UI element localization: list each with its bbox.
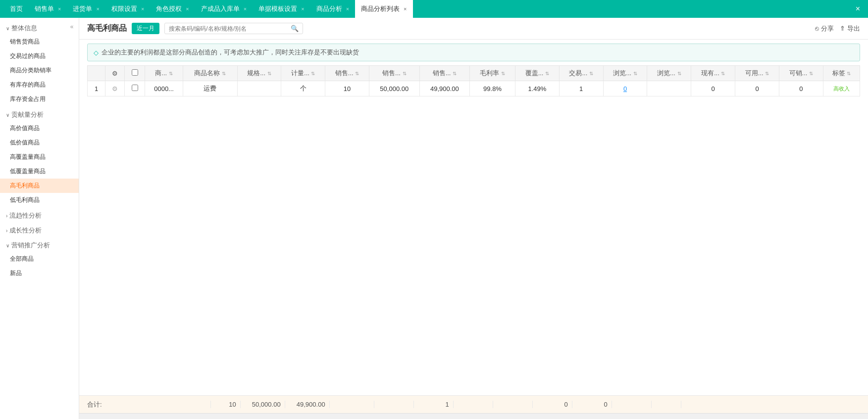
sidebar-group-arrow: › bbox=[6, 228, 7, 233]
cell-unit: 个 bbox=[281, 81, 325, 96]
nav-item-商品分析[interactable]: 商品分析× bbox=[310, 0, 355, 18]
sidebar-group-label: 整体信息 bbox=[11, 24, 37, 33]
sort-icon-browse1[interactable]: ⇅ bbox=[633, 71, 637, 76]
share-button[interactable]: ⎋ 分享 bbox=[815, 24, 834, 33]
nav-item-权限设置[interactable]: 权限设置× bbox=[105, 0, 150, 18]
sort-icon-sales_qty[interactable]: ⇅ bbox=[355, 71, 359, 76]
sidebar-group-营销推广分析[interactable]: ∨营销推广分析 bbox=[0, 237, 79, 252]
sort-icon-unit[interactable]: ⇅ bbox=[311, 71, 315, 76]
col-header-browse1: 浏览... ⇅ bbox=[603, 66, 647, 81]
col-header-coverage: 覆盖... ⇅ bbox=[515, 66, 559, 81]
sidebar-item-销售货商品[interactable]: 销售货商品 bbox=[0, 35, 79, 49]
search-input[interactable] bbox=[169, 25, 289, 32]
sort-icon-browse2[interactable]: ⇅ bbox=[677, 71, 681, 76]
cell-checkbox[interactable] bbox=[125, 81, 145, 96]
nav-item-产成品入库单[interactable]: 产成品入库单× bbox=[195, 0, 253, 18]
bottom-scrollbar[interactable] bbox=[79, 413, 868, 419]
sort-icon-name[interactable]: ⇅ bbox=[222, 71, 226, 76]
sort-icon-tag[interactable]: ⇅ bbox=[847, 71, 851, 76]
nav-item-商品分析列表[interactable]: 商品分析列表× bbox=[355, 0, 412, 18]
sidebar-item-全部商品[interactable]: 全部商品 bbox=[0, 252, 79, 266]
sort-icon-sales_amount[interactable]: ⇅ bbox=[403, 71, 407, 76]
sidebar-item-有库存的商品[interactable]: 有库存的商品 bbox=[0, 78, 79, 92]
browse1-link[interactable]: 0 bbox=[623, 85, 627, 93]
cell-sales_profit: 49,900.00 bbox=[419, 81, 470, 96]
col-header-num bbox=[88, 66, 105, 81]
sidebar-group-arrow: ∨ bbox=[6, 26, 9, 31]
footer-sales-qty-val: 10 bbox=[211, 401, 241, 408]
cell-name: 运费 bbox=[183, 81, 237, 96]
nav-close-销售单[interactable]: × bbox=[58, 6, 61, 12]
date-filter-button[interactable]: 近一月 bbox=[132, 23, 159, 34]
page-title: 高毛利商品 bbox=[87, 23, 127, 34]
table-row: 1⚙0000...运费个1050,000.0049,900.0099.8%1.4… bbox=[88, 81, 860, 96]
sidebar-item-高覆盖量商品[interactable]: 高覆盖量商品 bbox=[0, 150, 79, 164]
cell-code: 0000... bbox=[145, 81, 183, 96]
footer-label: 合计: bbox=[87, 400, 102, 409]
cell-browse1[interactable]: 0 bbox=[603, 81, 647, 96]
sidebar-group-label: 贡献量分析 bbox=[11, 110, 44, 119]
info-text: 企业的主要的利润都是这部分商品创造的，可考虑加大推广，同时关注库存是不要出现缺货 bbox=[102, 48, 359, 57]
nav-close-权限设置[interactable]: × bbox=[141, 6, 144, 12]
sidebar-item-高价值商品[interactable]: 高价值商品 bbox=[0, 121, 79, 136]
sort-icon-code[interactable]: ⇅ bbox=[169, 71, 173, 76]
sidebar-group-成长性分析[interactable]: ›成长性分析 bbox=[0, 222, 79, 237]
footer-total: 合计: 10 50,000.00 49,900.00 1 0 0 bbox=[79, 395, 868, 413]
nav-close-单据模板设置[interactable]: × bbox=[301, 6, 304, 12]
footer-saleable bbox=[612, 401, 652, 408]
close-all-button[interactable]: × bbox=[852, 4, 864, 13]
sidebar-item-商品分类助销率[interactable]: 商品分类助销率 bbox=[0, 63, 79, 78]
col-header-unit: 计量... ⇅ bbox=[281, 66, 325, 81]
sidebar-item-低价值商品[interactable]: 低价值商品 bbox=[0, 136, 79, 150]
footer-empty1 bbox=[330, 401, 374, 408]
sidebar-item-低覆盖量商品[interactable]: 低覆盖量商品 bbox=[0, 164, 79, 179]
cell-sales_qty: 10 bbox=[325, 81, 369, 96]
sort-icon-spec[interactable]: ⇅ bbox=[267, 71, 271, 76]
nav-close-商品分析列表[interactable]: × bbox=[404, 6, 407, 12]
export-button[interactable]: ⇑ 导出 bbox=[840, 24, 860, 33]
nav-item-单据模板设置[interactable]: 单据模板设置× bbox=[253, 0, 310, 18]
sidebar-item-交易过的商品[interactable]: 交易过的商品 bbox=[0, 49, 79, 63]
nav-item-首页[interactable]: 首页 bbox=[4, 0, 29, 18]
cell-browse2 bbox=[647, 81, 691, 96]
sidebar: « ∨整体信息销售货商品交易过的商品商品分类助销率有库存的商品库存资金占用∨贡献… bbox=[0, 18, 79, 419]
sort-icon-current_stock[interactable]: ⇅ bbox=[721, 71, 725, 76]
sort-icon-saleable_stock[interactable]: ⇅ bbox=[809, 71, 813, 76]
sidebar-group-流趋性分析[interactable]: ›流趋性分析 bbox=[0, 207, 79, 222]
col-header-checkbox bbox=[125, 66, 145, 81]
nav-item-销售单[interactable]: 销售单× bbox=[29, 0, 67, 18]
nav-close-进货单[interactable]: × bbox=[96, 6, 99, 12]
select-all-checkbox[interactable] bbox=[132, 69, 138, 76]
sort-icon-sales_profit[interactable]: ⇅ bbox=[453, 71, 457, 76]
row-checkbox[interactable] bbox=[132, 85, 138, 91]
sidebar-collapse-button[interactable]: « bbox=[67, 22, 77, 32]
share-icon: ⎋ bbox=[815, 25, 819, 32]
nav-item-进货单[interactable]: 进货单× bbox=[67, 0, 105, 18]
sort-icon-coverage[interactable]: ⇅ bbox=[545, 71, 549, 76]
sort-icon-gross_margin[interactable]: ⇅ bbox=[501, 71, 505, 76]
sidebar-item-低毛利商品[interactable]: 低毛利商品 bbox=[0, 193, 79, 207]
sort-icon-trade[interactable]: ⇅ bbox=[589, 71, 593, 76]
nav-close-角色授权[interactable]: × bbox=[186, 6, 189, 12]
sidebar-item-库存资金占用[interactable]: 库存资金占用 bbox=[0, 92, 79, 106]
info-banner: ◇ 企业的主要的利润都是这部分商品创造的，可考虑加大推广，同时关注库存是不要出现… bbox=[87, 44, 860, 61]
col-header-settings[interactable]: ⚙ bbox=[105, 66, 125, 81]
content-area: 高毛利商品 近一月 🔍 ⎋ 分享 ⇑ 导出 ◇ 企业的主要的利润都是这部分商品创… bbox=[79, 18, 868, 419]
col-header-name: 商品名称 ⇅ bbox=[183, 66, 237, 81]
nav-close-商品分析[interactable]: × bbox=[346, 6, 349, 12]
sort-icon-available_stock[interactable]: ⇅ bbox=[765, 71, 769, 76]
nav-close-产成品入库单[interactable]: × bbox=[244, 6, 247, 12]
sidebar-group-arrow: › bbox=[6, 213, 7, 219]
footer-cells: 10 50,000.00 49,900.00 1 0 0 bbox=[112, 401, 860, 408]
cell-settings[interactable]: ⚙ bbox=[105, 81, 125, 96]
sidebar-item-高毛利商品[interactable]: 高毛利商品 bbox=[0, 179, 79, 193]
col-header-available_stock: 可用... ⇅ bbox=[735, 66, 779, 81]
nav-item-角色授权[interactable]: 角色授权× bbox=[150, 0, 195, 18]
footer-browse1 bbox=[454, 401, 493, 408]
footer-sales-profit: 49,900.00 bbox=[285, 401, 330, 408]
search-icon[interactable]: 🔍 bbox=[291, 25, 299, 32]
sidebar-item-新品[interactable]: 新品 bbox=[0, 266, 79, 280]
cell-spec bbox=[237, 81, 281, 96]
settings-icon[interactable]: ⚙ bbox=[112, 85, 118, 93]
sidebar-group-贡献量分析[interactable]: ∨贡献量分析 bbox=[0, 106, 79, 121]
